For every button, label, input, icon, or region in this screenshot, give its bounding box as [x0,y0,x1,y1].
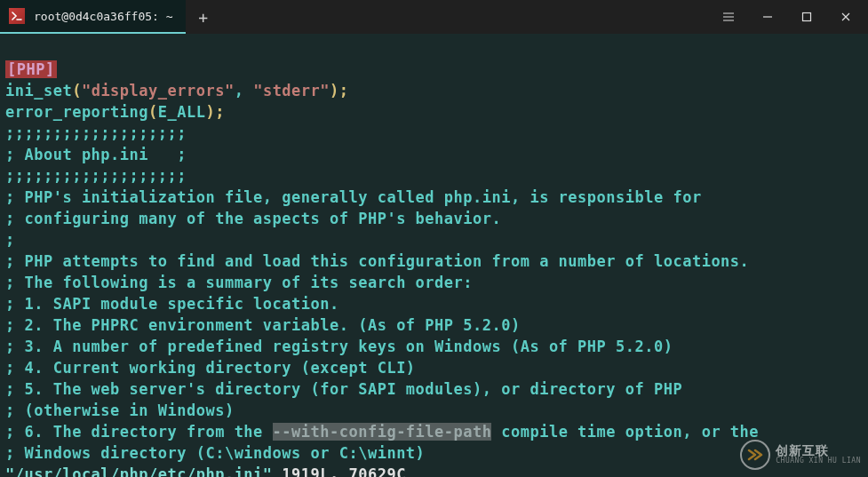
watermark-text-cn: 创新互联 [776,444,861,457]
watermark: 创新互联 CHUANG XIN HU LIAN [740,440,861,470]
watermark-logo-icon [740,440,770,470]
comment-line: ; The following is a summary of its sear… [5,274,473,291]
comment-line: ; 2. The PHPRC environment variable. (As… [5,316,521,334]
comment-line: ; 1. SAPI module specific location. [5,295,339,313]
comment-line: ; 5. The web server's directory (for SAP… [5,380,682,398]
comment-line: ; [5,231,15,249]
tab-title: root@0d4c0a36ff05: ~ [34,10,173,23]
comment-line: ; About php.ini ; [5,146,187,163]
terminal-tab[interactable]: root@0d4c0a36ff05: ~ [0,0,186,34]
window-controls [710,0,868,34]
comment-line: ; 3. A number of predefined registry key… [5,338,673,355]
comment-line: ; 4. Current working directory (except C… [5,359,416,377]
php-section-tag: [PHP] [5,60,57,78]
comment-line: ; Windows directory (C:\windows or C:\wi… [5,444,425,462]
comment-line: ;;;;;;;;;;;;;;;;;;; [5,124,187,142]
comment-line: ; PHP's initialization file, generally c… [5,188,702,206]
comment-line: ; (otherwise in Windows) [5,401,235,419]
svg-rect-0 [803,13,811,21]
terminal-output[interactable]: [PHP] ini_set("display_errors", "stderr"… [0,34,868,477]
titlebar: root@0d4c0a36ff05: ~ + [0,0,868,34]
highlighted-text: --with-config-file-path [273,423,492,441]
menu-button[interactable] [710,0,747,34]
comment-line: ;;;;;;;;;;;;;;;;;;; [5,167,187,185]
maximize-button[interactable] [788,0,825,34]
comment-line: ; configuring many of the aspects of PHP… [5,210,501,227]
new-tab-button[interactable]: + [186,0,221,34]
vim-status-info: 1919L, 70629C [282,465,406,477]
watermark-text-pinyin: CHUANG XIN HU LIAN [776,457,861,465]
vim-status-filename: "/usr/local/php/etc/php.ini" [5,465,282,477]
comment-line: ; 6. The directory from the [5,423,273,441]
minimize-button[interactable] [749,0,786,34]
comment-line: ; PHP attempts to find and load this con… [5,252,749,270]
close-button[interactable] [827,0,864,34]
terminal-icon [9,8,25,24]
